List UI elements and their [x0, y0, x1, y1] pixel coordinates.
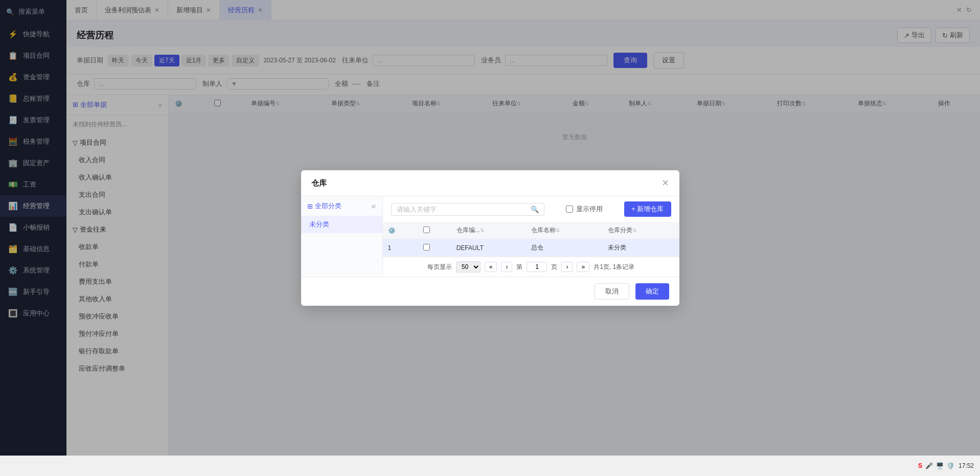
add-warehouse-button[interactable]: + 新增仓库 [624, 201, 671, 217]
modal-show-disabled-text: 显示停用 [576, 205, 603, 214]
grid-modal-icon: ⊞ [307, 202, 313, 210]
modal-left-panel: ⊞ 全部分类 « 未分类 [301, 196, 383, 277]
modal-jump-label: 第 [516, 263, 522, 271]
modal-collapse-button[interactable]: « [372, 201, 376, 211]
modal-actions: 取消 确定 [301, 277, 679, 306]
modal-body: ⊞ 全部分类 « 未分类 🔍 [301, 196, 679, 277]
cancel-button[interactable]: 取消 [595, 283, 629, 300]
modal-th-code: 仓库编...⇅ [451, 222, 526, 239]
modal-all-label: 全部分类 [315, 201, 341, 211]
modal-next-page[interactable]: › [561, 262, 573, 272]
modal-footer-bar: 每页显示 50 « ‹ 第 页 › » 共1页, 1条记录 [383, 257, 679, 277]
modal-th-category: 仓库分类⇅ [603, 222, 679, 239]
modal-cat-label: 未分类 [309, 220, 329, 228]
table-row[interactable]: 1 DEFAULT 总仓 未分类 [383, 239, 679, 257]
modal-table: ⚙️ 仓库编...⇅ 仓库名称⇅ 仓库分类⇅ [383, 222, 679, 257]
row-category: 未分类 [603, 239, 679, 257]
modal-select-all[interactable] [423, 226, 430, 233]
modal-prev-page[interactable]: ‹ [501, 262, 512, 272]
row-code: DEFAULT [451, 239, 526, 257]
modal-all-categories[interactable]: ⊞ 全部分类 [307, 201, 341, 211]
modal-title: 仓库 [311, 178, 327, 188]
modal-th-name: 仓库名称⇅ [526, 222, 603, 239]
modal-th-settings[interactable]: ⚙️ [383, 222, 418, 239]
row-num: 1 [383, 239, 418, 257]
modal-page-label: 页 [551, 263, 557, 271]
modal-search-icon: 🔍 [531, 206, 539, 213]
confirm-button[interactable]: 确定 [635, 283, 669, 300]
modal-show-disabled-label[interactable]: 显示停用 [566, 205, 603, 214]
modal-per-page-label: 每页显示 [427, 263, 452, 271]
taskbar-s-icon: S [918, 462, 922, 469]
taskbar-shield-icon: 🛡️ [947, 462, 954, 469]
modal-show-disabled-checkbox[interactable] [566, 206, 573, 213]
modal-first-page[interactable]: « [485, 262, 497, 272]
taskbar: S 🎤 🖥️ 🛡️ 17:52 [0, 456, 980, 476]
modal-th-checkbox[interactable] [418, 222, 451, 239]
modal-right-panel: 🔍 显示停用 + 新增仓库 ⚙️ [383, 196, 679, 277]
modal-page-size-select[interactable]: 50 [456, 261, 481, 273]
row-name: 总仓 [526, 239, 603, 257]
modal-header: 仓库 ✕ [301, 170, 679, 196]
taskbar-screen-icon: 🖥️ [936, 462, 944, 469]
modal-left-header: ⊞ 全部分类 « [301, 201, 382, 216]
modal-search-wrap[interactable]: 🔍 [391, 203, 544, 216]
modal-last-page[interactable]: » [577, 262, 589, 272]
warehouse-modal: 仓库 ✕ ⊞ 全部分类 « 未分类 [301, 170, 679, 306]
modal-search-input[interactable] [397, 206, 528, 213]
modal-close-button[interactable]: ✕ [662, 177, 669, 189]
modal-page-input[interactable] [527, 262, 547, 272]
modal-cat-unclassified[interactable]: 未分类 [301, 216, 382, 233]
taskbar-time: 17:52 [959, 462, 974, 469]
modal-total: 共1页, 1条记录 [594, 263, 634, 271]
modal-toolbar: 🔍 显示停用 + 新增仓库 [383, 196, 679, 222]
taskbar-icons: S 🎤 🖥️ 🛡️ [918, 462, 954, 469]
modal-overlay: 仓库 ✕ ⊞ 全部分类 « 未分类 [0, 0, 980, 476]
taskbar-mic-icon: 🎤 [925, 462, 933, 469]
row-checkbox[interactable] [418, 239, 451, 257]
